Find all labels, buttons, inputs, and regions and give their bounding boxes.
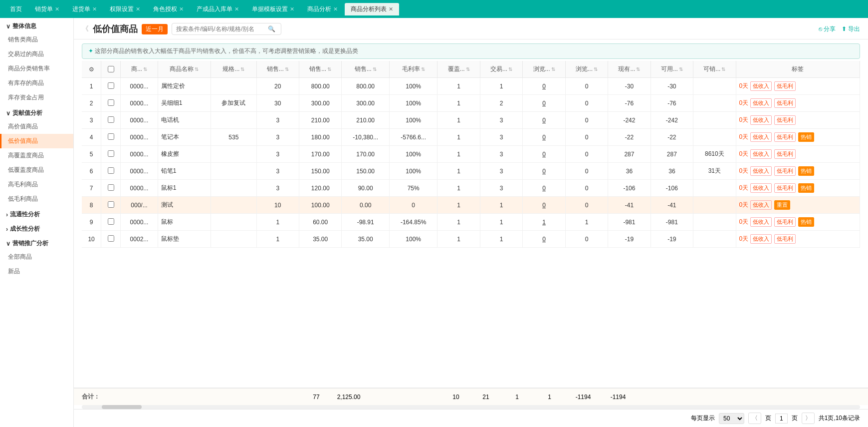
nav-sales-close[interactable]: ✕	[55, 6, 59, 12]
sidebar-item-all-products[interactable]: 全部商品	[0, 250, 73, 264]
col-pv1[interactable]: 浏览...⇅	[523, 61, 565, 78]
nav-item-analysis-list[interactable]: 商品分析列表 ✕	[345, 3, 399, 15]
col-name[interactable]: 商品名称⇅	[158, 61, 211, 78]
current-page[interactable]: 1	[775, 414, 788, 424]
prev-page-button[interactable]: 〈	[748, 413, 761, 424]
time-filter-button[interactable]: 近一月	[142, 24, 168, 34]
pv1-link[interactable]: 0	[542, 202, 546, 209]
sidebar-item-high-coverage[interactable]: 高覆盖度商品	[0, 148, 73, 163]
sidebar-item-low-margin[interactable]: 低毛利商品	[0, 192, 73, 206]
nav-template-close[interactable]: ✕	[290, 6, 294, 12]
col-spec[interactable]: 规格...⇅	[211, 61, 256, 78]
pv1-link[interactable]: 0	[542, 134, 546, 141]
col-trade[interactable]: 交易...⇅	[480, 61, 522, 78]
sidebar-collapse-button[interactable]: 《	[82, 24, 89, 33]
cell-checkbox[interactable]	[101, 112, 121, 129]
sidebar-group-contribution[interactable]: ∨ 贡献值分析	[0, 105, 73, 119]
col-qty[interactable]: 销售...⇅	[256, 61, 299, 78]
col-avail[interactable]: 可用...⇅	[651, 61, 693, 78]
select-all-checkbox[interactable]	[108, 66, 114, 72]
export-button[interactable]: ⬆ 导出	[842, 25, 860, 33]
cell-pv1[interactable]: 0	[523, 78, 565, 95]
col-sales[interactable]: 销售...⇅	[342, 61, 389, 78]
row-checkbox[interactable]	[108, 99, 114, 106]
cell-pv1[interactable]: 0	[523, 95, 565, 112]
cell-checkbox[interactable]	[101, 214, 121, 231]
col-price[interactable]: 销售...⇅	[299, 61, 341, 78]
nav-analysis-close[interactable]: ✕	[333, 6, 338, 12]
row-checkbox[interactable]	[108, 235, 114, 242]
pv1-link[interactable]: 0	[542, 117, 546, 124]
pv1-link[interactable]: 0	[542, 185, 546, 192]
sidebar-group-marketing[interactable]: ∨ 营销推广分析	[0, 235, 73, 250]
col-checkbox[interactable]	[101, 61, 121, 78]
cell-pv1[interactable]: 0	[523, 112, 565, 129]
sidebar-item-category-sales-rate[interactable]: 商品分类销售率	[0, 61, 73, 76]
sidebar-group-circulation[interactable]: › 流通性分析	[0, 206, 73, 221]
pv1-link[interactable]: 0	[542, 151, 546, 158]
nav-item-stock[interactable]: 产成品入库单 ✕	[191, 3, 245, 15]
sidebar-item-stock-products[interactable]: 有库存的商品	[0, 76, 73, 90]
nav-stock-close[interactable]: ✕	[234, 6, 239, 12]
sidebar-item-stock-funds[interactable]: 库存资金占用	[0, 90, 73, 105]
cell-checkbox[interactable]	[101, 95, 121, 112]
per-page-select[interactable]: 50 100	[719, 413, 744, 424]
row-checkbox[interactable]	[108, 184, 114, 191]
sidebar-item-high-value[interactable]: 高价值商品	[0, 119, 73, 134]
row-checkbox[interactable]	[108, 133, 114, 140]
cell-checkbox[interactable]	[101, 180, 121, 197]
col-pv2[interactable]: 浏览...⇅	[565, 61, 608, 78]
pv1-link[interactable]: 1	[542, 219, 546, 226]
nav-role-close[interactable]: ✕	[179, 6, 184, 12]
col-gross[interactable]: 毛利率⇅	[389, 61, 437, 78]
sidebar-item-high-margin[interactable]: 高毛利商品	[0, 177, 73, 192]
sidebar-group-growth[interactable]: › 成长性分析	[0, 221, 73, 235]
cell-pv1[interactable]: 0	[523, 129, 565, 146]
row-checkbox[interactable]	[108, 116, 114, 123]
cell-pv1[interactable]: 0	[523, 163, 565, 180]
next-page-button[interactable]: 〉	[802, 413, 815, 424]
row-checkbox[interactable]	[108, 218, 114, 225]
pv1-link[interactable]: 0	[542, 83, 546, 90]
pv1-link[interactable]: 0	[542, 236, 546, 243]
nav-item-sales[interactable]: 销货单 ✕	[29, 3, 65, 15]
cell-checkbox[interactable]	[101, 163, 121, 180]
sidebar-group-overall[interactable]: ∨ 整体信息	[0, 18, 73, 32]
cell-checkbox[interactable]	[101, 231, 121, 248]
cell-checkbox[interactable]	[101, 146, 121, 163]
cell-pv1[interactable]: 0	[523, 146, 565, 163]
col-sellable[interactable]: 可销...⇅	[693, 61, 736, 78]
sidebar-item-traded-products[interactable]: 交易过的商品	[0, 47, 73, 61]
sidebar-item-low-coverage[interactable]: 低覆盖度商品	[0, 163, 73, 177]
row-checkbox[interactable]	[108, 150, 114, 157]
horizontal-scrollbar[interactable]	[82, 405, 860, 409]
cell-checkbox[interactable]	[101, 129, 121, 146]
cell-pv1[interactable]: 1	[523, 214, 565, 231]
cell-pv1[interactable]: 0	[523, 231, 565, 248]
pv1-link[interactable]: 0	[542, 100, 546, 107]
col-code[interactable]: 商...⇅	[121, 61, 158, 78]
nav-item-role[interactable]: 角色授权 ✕	[147, 3, 190, 15]
search-input[interactable]	[176, 25, 266, 32]
row-checkbox[interactable]	[108, 82, 114, 89]
row-checkbox[interactable]	[108, 201, 114, 208]
search-icon[interactable]: 🔍	[268, 25, 275, 32]
nav-item-permission[interactable]: 权限设置 ✕	[104, 3, 146, 15]
col-settings[interactable]: ⚙	[82, 61, 101, 78]
cell-pv1[interactable]: 0	[523, 180, 565, 197]
nav-item-template[interactable]: 单据模板设置 ✕	[246, 3, 300, 15]
sidebar-item-low-value[interactable]: 低价值商品	[0, 134, 73, 148]
nav-home[interactable]: 首页	[4, 3, 28, 15]
cell-checkbox[interactable]	[101, 78, 121, 95]
col-cover[interactable]: 覆盖...⇅	[437, 61, 480, 78]
row-checkbox[interactable]	[108, 167, 114, 174]
cell-pv1[interactable]: 0	[523, 197, 565, 214]
nav-permission-close[interactable]: ✕	[136, 6, 140, 12]
pv1-link[interactable]: 0	[542, 168, 546, 175]
sidebar-item-sales-products[interactable]: 销售类商品	[0, 32, 73, 47]
nav-item-analysis[interactable]: 商品分析 ✕	[301, 3, 344, 15]
nav-item-purchase[interactable]: 进货单 ✕	[66, 3, 103, 15]
nav-analysis-list-close[interactable]: ✕	[389, 6, 393, 12]
sidebar-item-new-products[interactable]: 新品	[0, 264, 73, 279]
share-button[interactable]: ⎋ 分享	[819, 25, 836, 33]
